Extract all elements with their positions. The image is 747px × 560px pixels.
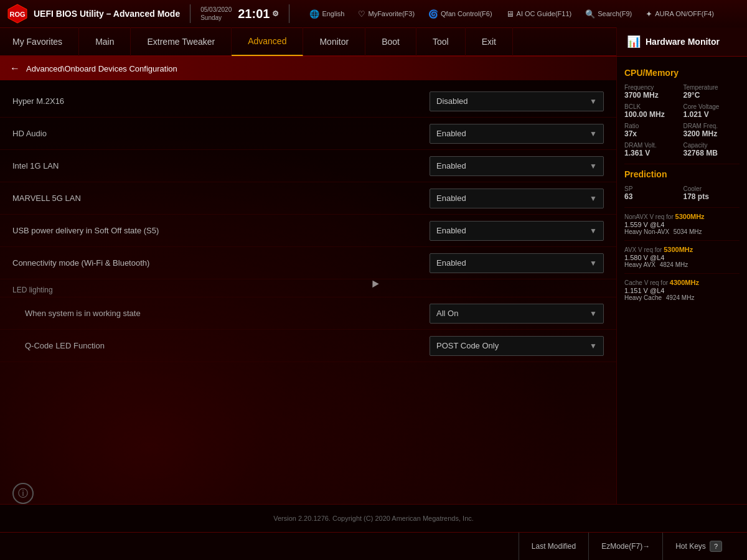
dropdown-qcode-led[interactable]: POST Code Only ▼ — [430, 336, 604, 356]
nav-aioc[interactable]: 🖥 AI OC Guide(F11) — [500, 7, 578, 21]
menu-tool[interactable]: Tool — [416, 27, 466, 56]
setting-marvell-lan: MARVELL 5G LAN Enabled ▼ — [0, 182, 616, 215]
pred-avx: AVX V req for 5300MHz 1.580 V @L4 Heavy … — [624, 246, 740, 268]
settings-area: Hyper M.2X16 Disabled ▼ HD Audio Enabled… — [0, 80, 616, 504]
setting-usb-power: USB power delivery in Soft Off state (S5… — [0, 215, 616, 247]
nav-search[interactable]: 🔍 Search(F9) — [579, 7, 638, 21]
divider — [190, 4, 190, 23]
chevron-down-icon: ▼ — [590, 162, 597, 170]
time-display: 21:01 ⚙ — [238, 7, 279, 21]
menu-monitor[interactable]: Monitor — [303, 27, 365, 56]
hw-monitor-header: 📊 Hardware Monitor — [616, 27, 747, 56]
dropdown-connectivity[interactable]: Enabled ▼ — [430, 253, 604, 273]
menu-my-favorites[interactable]: My Favorites — [0, 27, 79, 56]
hw-metrics-grid: Frequency 3700 MHz Temperature 29°C BCLK… — [624, 84, 740, 157]
metric-cooler: Cooler 178 pts — [684, 185, 740, 201]
top-nav-items: 🌐 English ♡ MyFavorite(F3) 🌀 Qfan Contro… — [303, 7, 741, 21]
settings-icon[interactable]: ⚙ — [272, 9, 279, 18]
hw-monitor-icon: 📊 — [627, 35, 641, 49]
metric-bclk-label: BCLK 100.00 MHz — [624, 103, 681, 119]
setting-qcode-led: Q-Code LED Function POST Code Only ▼ — [0, 330, 616, 362]
menu-extreme-tweaker[interactable]: Extreme Tweaker — [131, 27, 232, 56]
label-usb-power: USB power delivery in Soft Off state (S5… — [12, 226, 430, 235]
heart-icon: ♡ — [358, 9, 365, 19]
date-label: 05/03/2020 — [200, 6, 232, 14]
setting-hyper-m2x16: Hyper M.2X16 Disabled ▼ — [0, 85, 616, 118]
search-icon: 🔍 — [585, 9, 595, 19]
label-hyper-m2x16: Hyper M.2X16 — [12, 96, 430, 106]
menu-exit[interactable]: Exit — [466, 27, 513, 56]
pred-divider2 — [624, 240, 740, 241]
hw-monitor-panel: CPU/Memory Frequency 3700 MHz Temperatur… — [616, 57, 747, 504]
chevron-down-icon: ▼ — [590, 226, 597, 235]
dropdown-usb-power[interactable]: Enabled ▼ — [430, 221, 604, 241]
dropdown-hyper-m2x16[interactable]: Disabled ▼ — [430, 91, 604, 111]
time-value: 21:01 — [238, 7, 270, 21]
prediction-title: Prediction — [624, 169, 740, 179]
label-led-working: When system is in working state — [12, 309, 430, 318]
hot-keys-icon: ? — [710, 541, 722, 552]
hw-divider — [624, 164, 740, 164]
bios-title: UEFI BIOS Utility – Advanced Mode — [34, 9, 180, 19]
label-intel-lan: Intel 1G LAN — [12, 161, 430, 170]
menu-bar: My Favorites Main Extreme Tweaker Advanc… — [0, 28, 747, 57]
left-content: ← Advanced\Onboard Devices Configuration… — [0, 57, 616, 504]
logo-area: ROG UEFI BIOS Utility – Advanced Mode — [6, 2, 180, 25]
day-label: Sunday — [200, 14, 232, 22]
version-text: Version 2.20.1276. Copyright (C) 2020 Am… — [273, 515, 474, 522]
metric-frequency-label: Frequency 3700 MHz — [624, 84, 681, 100]
fan-icon: 🌀 — [428, 9, 438, 19]
metric-capacity-label: Capacity 32768 MB — [684, 142, 740, 157]
pred-nonavx: NonAVX V req for 5300MHz 1.559 V @L4 Hea… — [624, 213, 740, 235]
breadcrumb-path: Advanced\Onboard Devices Configuration — [26, 64, 177, 73]
dropdown-led-working[interactable]: All On ▼ — [430, 304, 604, 324]
cpu-memory-title: CPU/Memory — [624, 68, 740, 78]
main-area: ← Advanced\Onboard Devices Configuration… — [0, 57, 747, 504]
setting-connectivity: Connectivity mode (Wi-Fi & Bluetooth) En… — [0, 247, 616, 279]
chevron-down-icon: ▼ — [590, 259, 597, 268]
setting-led-working: When system is in working state All On ▼ — [0, 297, 616, 330]
rog-logo: ROG — [6, 2, 29, 25]
footer-nav: Last Modified EzMode(F7)→ Hot Keys ? — [0, 532, 747, 560]
setting-hd-audio: HD Audio Enabled ▼ — [0, 118, 616, 150]
label-qcode-led: Q-Code LED Function — [12, 341, 430, 350]
info-area: ⓘ — [12, 483, 34, 504]
globe-icon: 🌐 — [309, 9, 319, 19]
menu-main[interactable]: Main — [79, 27, 131, 56]
top-bar: ROG UEFI BIOS Utility – Advanced Mode 05… — [0, 0, 747, 28]
label-connectivity: Connectivity mode (Wi-Fi & Bluetooth) — [12, 258, 430, 268]
metric-core-voltage-label: Core Voltage 1.021 V — [684, 103, 740, 119]
dropdown-intel-lan[interactable]: Enabled ▼ — [430, 156, 604, 176]
menu-boot[interactable]: Boot — [365, 27, 416, 56]
label-marvell-lan: MARVELL 5G LAN — [12, 194, 430, 203]
metric-dram-volt-label: DRAM Volt. 1.361 V — [624, 142, 681, 157]
chevron-down-icon: ▼ — [590, 194, 597, 203]
ez-mode-button[interactable]: EzMode(F7)→ — [588, 533, 662, 561]
divider2 — [289, 4, 289, 23]
breadcrumb: ← Advanced\Onboard Devices Configuration — [0, 57, 616, 80]
aura-icon: ✦ — [646, 9, 652, 19]
pred-cache: Cache V req for 4300MHz 1.151 V @L4 Heav… — [624, 279, 740, 301]
metric-sp: SP 63 — [624, 185, 681, 201]
svg-text:ROG: ROG — [9, 11, 25, 18]
metric-dram-freq-label: DRAM Freq. 3200 MHz — [684, 123, 740, 138]
info-button[interactable]: ⓘ — [12, 483, 34, 504]
pred-divider1 — [624, 207, 740, 208]
dropdown-marvell-lan[interactable]: Enabled ▼ — [430, 189, 604, 208]
pred-divider3 — [624, 273, 740, 274]
chevron-down-icon: ▼ — [590, 129, 597, 138]
nav-english[interactable]: 🌐 English — [303, 7, 350, 21]
prediction-section: Prediction SP 63 Cooler 178 pts NonAVX — [624, 169, 740, 301]
back-button[interactable]: ← — [10, 63, 20, 74]
chevron-down-icon: ▼ — [590, 309, 597, 318]
nav-myfavorite[interactable]: ♡ MyFavorite(F3) — [352, 7, 421, 21]
section-led-lighting: LED lighting — [0, 279, 616, 297]
dropdown-hd-audio[interactable]: Enabled ▼ — [430, 124, 604, 144]
last-modified-button[interactable]: Last Modified — [519, 533, 588, 561]
setting-intel-lan: Intel 1G LAN Enabled ▼ — [0, 150, 616, 182]
nav-aura[interactable]: ✦ AURA ON/OFF(F4) — [639, 7, 720, 21]
metric-ratio-label: Ratio 37x — [624, 123, 681, 138]
menu-advanced[interactable]: Advanced — [232, 27, 303, 56]
nav-qfan[interactable]: 🌀 Qfan Control(F6) — [422, 7, 499, 21]
hot-keys-button[interactable]: Hot Keys ? — [662, 533, 735, 561]
